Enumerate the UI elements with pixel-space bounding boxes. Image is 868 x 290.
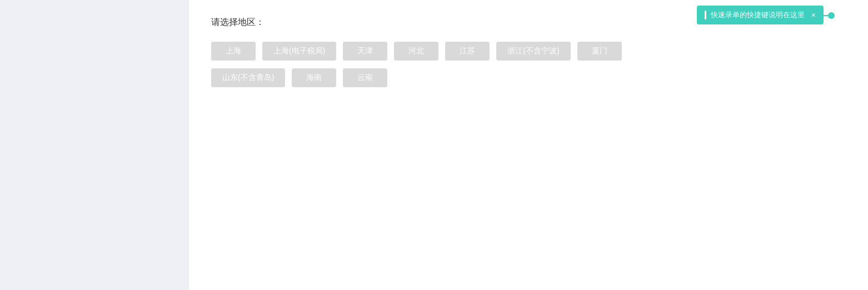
region-btn-jiangsu[interactable]: 江苏 xyxy=(445,42,490,61)
region-btn-tianjin[interactable]: 天津 xyxy=(343,42,387,61)
region-btn-zhejiang[interactable]: 浙江(不含宁波) xyxy=(496,42,570,61)
tooltip-close-button[interactable]: × xyxy=(811,11,816,19)
main-content: 请选择地区： 上海上海(电子税局)天津河北江苏浙江(不含宁波)厦门 山东(不含青… xyxy=(189,0,868,290)
tooltip-text: 快速录单的快捷键说明在这里 xyxy=(711,10,805,20)
tooltip-dot xyxy=(828,12,835,19)
region-btn-hainan[interactable]: 海南 xyxy=(292,68,336,87)
region-btn-shandong[interactable]: 山东(不含青岛) xyxy=(211,68,285,87)
region-btn-yunnan[interactable]: 云南 xyxy=(343,68,387,87)
region-btn-shanghai-e-tax[interactable]: 上海(电子税局) xyxy=(262,42,336,61)
region-btn-xiamen[interactable]: 厦门 xyxy=(577,42,622,61)
region-row-2: 山东(不含青岛)海南云南 xyxy=(211,68,846,87)
region-row-1: 上海上海(电子税局)天津河北江苏浙江(不含宁波)厦门 xyxy=(211,42,846,61)
region-btn-hebei[interactable]: 河北 xyxy=(394,42,438,61)
tooltip-bar xyxy=(705,11,706,19)
tooltip-banner: 快速录单的快捷键说明在这里 × xyxy=(697,6,824,24)
left-sidebar xyxy=(0,0,189,290)
region-btn-shanghai[interactable]: 上海 xyxy=(211,42,256,61)
